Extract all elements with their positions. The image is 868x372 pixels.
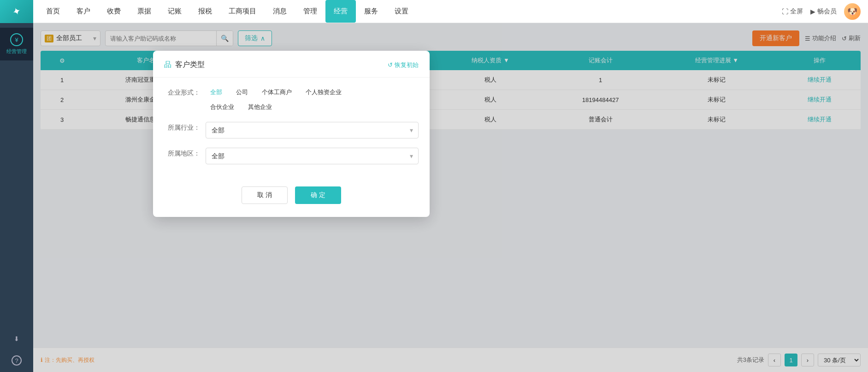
option-all[interactable]: 全部	[206, 87, 227, 98]
modal-title: 品 客户类型	[164, 60, 205, 70]
modal-body: 企业形式： 全部 公司 个体工商户 个人独资企业 合伙企业 其他企业 所属	[153, 78, 430, 183]
sidebar: ¥ 经营管理 ⬇ ?	[0, 23, 33, 372]
cancel-button[interactable]: 取 消	[242, 186, 288, 204]
download-icon: ⬇	[14, 335, 19, 342]
nav-operation[interactable]: 经营	[325, 0, 356, 23]
logo-icon: ✦	[11, 4, 23, 18]
nav-customer[interactable]: 客户	[68, 0, 99, 23]
enterprise-form-label: 企业形式：	[164, 87, 206, 97]
sidebar-bottom: ⬇ ?	[12, 329, 22, 372]
reset-button[interactable]: ↺ 恢复初始	[388, 61, 419, 69]
modal-title-icon: 品	[164, 60, 171, 70]
confirm-button[interactable]: 确 定	[295, 186, 341, 204]
nav-bookkeeping[interactable]: 记账	[159, 0, 190, 23]
nav-manage[interactable]: 管理	[295, 0, 325, 23]
top-navigation: ✦ 首页 客户 收费 票据 记账 报税 工商项目 消息 管理 经营 服务 设置 …	[0, 0, 868, 23]
region-form-row: 所属地区： 全部	[164, 148, 419, 164]
enterprise-form-row: 企业形式： 全部 公司 个体工商户 个人独资企业 合伙企业 其他企业	[164, 87, 419, 113]
tag-group-2: 合伙企业 其他企业	[206, 102, 419, 113]
management-icon: ¥	[10, 33, 23, 46]
nav-fees[interactable]: 收费	[99, 0, 129, 23]
filter-modal: 品 客户类型 ↺ 恢复初始 企业形式： 全部 公司 个体工商户 个人独资企业	[153, 51, 430, 217]
region-select[interactable]: 全部	[206, 148, 419, 164]
help-button[interactable]: ?	[12, 349, 22, 372]
avatar[interactable]: 🐶	[844, 3, 861, 20]
nav-service[interactable]: 服务	[356, 0, 386, 23]
nav-items: 首页 客户 收费 票据 记账 报税 工商项目 消息 管理 经营 服务 设置	[33, 0, 421, 23]
option-partnership[interactable]: 合伙企业	[206, 102, 239, 113]
help-icon: ?	[12, 355, 22, 366]
industry-select[interactable]: 全部	[206, 122, 419, 138]
option-company[interactable]: 公司	[231, 87, 253, 98]
industry-form-row: 所属行业： 全部	[164, 122, 419, 138]
option-sole[interactable]: 个人独资企业	[301, 87, 346, 98]
modal-footer: 取 消 确 定	[153, 183, 430, 204]
industry-select-wrap: 全部	[206, 122, 419, 138]
tag-group: 全部 公司 个体工商户 个人独资企业	[206, 87, 419, 98]
fullscreen-icon: ⛶	[782, 8, 788, 15]
nav-bills[interactable]: 票据	[129, 0, 159, 23]
download-button[interactable]: ⬇	[12, 329, 22, 349]
option-other[interactable]: 其他企业	[243, 102, 277, 113]
reset-icon: ↺	[388, 61, 393, 68]
nav-right: ⛶ 全屏 ▶ 畅会员 🐶	[782, 3, 868, 20]
region-label: 所属地区：	[164, 148, 206, 158]
region-select-wrap: 全部	[206, 148, 419, 164]
fullscreen-button[interactable]: ⛶ 全屏	[782, 7, 803, 16]
sidebar-item-management[interactable]: ¥ 经营管理	[0, 28, 33, 60]
enterprise-form-options: 全部 公司 个体工商户 个人独资企业 合伙企业 其他企业	[206, 87, 419, 113]
nav-message[interactable]: 消息	[265, 0, 295, 23]
logo-area: ✦	[0, 0, 33, 23]
industry-label: 所属行业：	[164, 122, 206, 132]
nav-tax[interactable]: 报税	[190, 0, 220, 23]
nav-settings[interactable]: 设置	[386, 0, 417, 23]
play-icon: ▶	[810, 8, 815, 15]
modal-overlay: 品 客户类型 ↺ 恢复初始 企业形式： 全部 公司 个体工商户 个人独资企业	[33, 23, 868, 372]
option-individual[interactable]: 个体工商户	[257, 87, 296, 98]
member-button[interactable]: ▶ 畅会员	[810, 7, 837, 16]
nav-home[interactable]: 首页	[38, 0, 68, 23]
modal-header: 品 客户类型 ↺ 恢复初始	[153, 51, 430, 78]
nav-industry[interactable]: 工商项目	[220, 0, 265, 23]
